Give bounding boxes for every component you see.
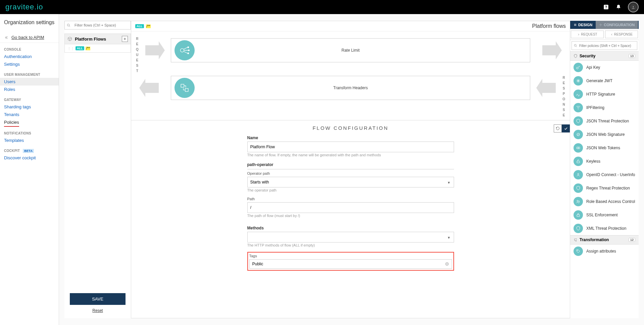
- sidebar-item-tenants[interactable]: Tenants: [0, 111, 59, 118]
- reset-link[interactable]: Reset: [70, 308, 126, 313]
- policy-item-keyless[interactable]: Keyless: [570, 155, 639, 168]
- policy-name: Transform Headers: [333, 86, 368, 90]
- topbar-all-badge: ALL: [135, 24, 144, 28]
- remove-tag-icon[interactable]: [445, 262, 449, 266]
- arrow-left-icon: [145, 83, 159, 93]
- bell-icon[interactable]: [616, 4, 621, 10]
- flow-item[interactable]: ⋮⋮ ALL /**: [64, 44, 131, 53]
- pathop-label: path-operator: [247, 162, 454, 167]
- policy-item-jws[interactable]: JSON Web Signature: [570, 128, 639, 141]
- flows-header: Platform Flows: [64, 34, 131, 44]
- sidebar-back[interactable]: Go back to APIM: [0, 32, 59, 43]
- sidebar-item-templates[interactable]: Templates: [0, 137, 59, 144]
- id-icon: [574, 170, 583, 179]
- policy-group-security: Security 13 Api Key Generate JWT HTTP Si…: [570, 51, 639, 318]
- svg-point-3: [633, 6, 634, 7]
- filter-icon: [574, 103, 583, 112]
- search-flows-input[interactable]: [75, 23, 131, 27]
- group-header-transformation[interactable]: Transformation 12: [570, 235, 639, 245]
- brand-logo: gravitee.io: [5, 3, 43, 11]
- sidebar-item-settings[interactable]: Settings: [0, 60, 59, 68]
- add-flow-button[interactable]: [122, 36, 128, 42]
- policy-item-ssl[interactable]: SSL Enforcement: [570, 208, 639, 222]
- signature-icon: [574, 90, 583, 99]
- transform-headers-icon: [175, 78, 195, 98]
- flow-path: /**: [86, 47, 91, 50]
- svg-point-24: [577, 200, 578, 202]
- tags-label: Tags: [249, 254, 452, 258]
- policy-item-assign-attrs[interactable]: Assign attributes: [570, 245, 639, 258]
- policy-box[interactable]: Rate Limit: [171, 38, 530, 62]
- policy-item-gen-jwt[interactable]: Generate JWT: [570, 74, 639, 88]
- tab-configuration[interactable]: CONFIGURATION: [596, 21, 638, 29]
- name-input[interactable]: [247, 142, 454, 152]
- sidebar-item-roles[interactable]: Roles: [0, 86, 59, 93]
- help-icon[interactable]: ?: [603, 4, 609, 10]
- count-badge: 12: [629, 238, 635, 242]
- left-sidebar: Organization settings Go back to APIM CO…: [0, 14, 59, 325]
- svg-point-8: [188, 53, 189, 54]
- sidebar-item-discover-cockpit[interactable]: Discover cockpit: [0, 154, 59, 162]
- policy-item-api-key[interactable]: Api Key: [570, 61, 639, 74]
- operator-label: Operator path: [247, 171, 454, 175]
- sidebar-item-users[interactable]: Users: [0, 78, 59, 86]
- avatar[interactable]: [628, 2, 639, 12]
- policy-item-xml-threat[interactable]: XML Threat Protection: [570, 222, 639, 235]
- svg-point-27: [577, 250, 578, 251]
- search-policies[interactable]: [572, 41, 637, 50]
- all-badge: ALL: [76, 46, 84, 50]
- tags-input[interactable]: Public: [249, 259, 452, 269]
- flows-title: Platform Flows: [75, 37, 106, 42]
- config-title: FLOW CONFIGURATION: [131, 120, 570, 136]
- policy-item-regex[interactable]: Regex Threat Protection: [570, 181, 639, 195]
- policy-item-rbac[interactable]: Role Based Access Control: [570, 195, 639, 208]
- flow-diagram: REQUEST RESPONSE Rate Limit: [131, 32, 570, 120]
- config-section: FLOW CONFIGURATION: [131, 120, 570, 318]
- back-link[interactable]: Go back to APIM: [11, 35, 44, 40]
- policy-item-http-sig[interactable]: HTTP Signature: [570, 88, 639, 101]
- methods-select[interactable]: [247, 232, 454, 242]
- sidebar-item-authentication[interactable]: Authentication: [0, 53, 59, 60]
- svg-point-4: [67, 24, 69, 26]
- svg-text:?: ?: [605, 5, 607, 9]
- sidebar-item-sharding[interactable]: Sharding tags: [0, 103, 59, 111]
- tag-icon: [574, 247, 583, 256]
- policy-item-jwt[interactable]: JSON Web Tokens: [570, 141, 639, 155]
- drag-handle-icon[interactable]: ⋮⋮: [67, 47, 74, 50]
- response-button[interactable]: RESPONSE: [605, 31, 638, 38]
- beta-badge: BETA: [23, 149, 34, 153]
- policy-box[interactable]: Transform Headers: [171, 76, 530, 100]
- svg-point-25: [579, 201, 580, 202]
- flows-panel: Platform Flows ⋮⋮ ALL /** SAVE Reset: [64, 21, 131, 318]
- svg-rect-22: [577, 161, 580, 163]
- policy-item-json-threat[interactable]: JSON Threat Protection: [570, 114, 639, 128]
- group-header-security[interactable]: Security 13: [570, 51, 639, 61]
- policy-item-ipfilter[interactable]: IPFiltering: [570, 101, 639, 114]
- arrow-right-icon: [145, 45, 159, 55]
- name-hint: The name of flow. If empty, the name wil…: [247, 153, 454, 157]
- tab-design[interactable]: DESIGN: [570, 21, 596, 29]
- operator-select[interactable]: Starts with: [247, 177, 454, 187]
- page-title: Platform flows: [532, 23, 566, 29]
- section-console: CONSOLE: [0, 43, 59, 53]
- sidebar-item-policies[interactable]: Policies: [4, 118, 19, 127]
- apply-config-button[interactable]: [562, 124, 570, 132]
- section-cockpit: COCKPIT BETA: [0, 144, 59, 154]
- save-button[interactable]: SAVE: [70, 293, 126, 305]
- svg-point-5: [180, 49, 184, 52]
- svg-point-23: [578, 173, 579, 175]
- signature-icon: [574, 130, 583, 139]
- shield-icon: [574, 116, 583, 126]
- search-policies-input[interactable]: [579, 44, 637, 48]
- token-icon: [574, 143, 583, 153]
- search-flows[interactable]: [64, 21, 131, 30]
- path-input[interactable]: [247, 202, 454, 213]
- reset-config-button[interactable]: [554, 124, 562, 132]
- svg-rect-10: [185, 89, 188, 92]
- shield-icon: [574, 224, 583, 233]
- policy-item-openid[interactable]: OpenID Connect - UserInfo: [570, 168, 639, 181]
- tabs: DESIGN CONFIGURATION: [570, 21, 639, 29]
- tags-group: Tags Public: [247, 252, 454, 271]
- svg-rect-26: [577, 215, 580, 216]
- request-button[interactable]: REQUEST: [571, 31, 604, 38]
